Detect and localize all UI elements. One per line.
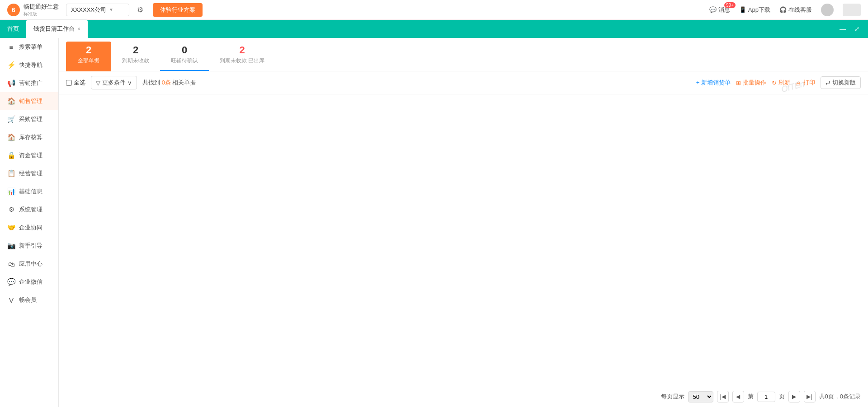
company-dropdown-arrow: ▼: [109, 7, 113, 12]
print-label: 打印: [803, 79, 815, 87]
sidebar-item-inventory[interactable]: 🏠 库存核算: [0, 128, 58, 146]
refresh-button[interactable]: ↻ 刷新: [772, 79, 790, 87]
switch-label: 切换新版: [832, 79, 856, 87]
page-prev-button[interactable]: ◀: [732, 391, 744, 402]
select-all-input[interactable]: [66, 80, 72, 86]
stat-overdue-out-number: 2: [220, 45, 264, 55]
select-all-checkbox[interactable]: 全选: [66, 79, 85, 87]
stat-tab-overdue-out[interactable]: 2 到期未收款 已出库: [209, 42, 275, 71]
sidebar-item-app-center[interactable]: 🛍 应用中心: [0, 255, 58, 273]
avatar[interactable]: [821, 4, 834, 16]
sidebar-item-purchase[interactable]: 🛒 采购管理: [0, 110, 58, 128]
logo-area: 6 畅捷通好生意 标准版: [7, 3, 66, 17]
sidebar-item-sales[interactable]: 🏠 销售管理: [0, 92, 58, 110]
stat-tab-overdue[interactable]: 2 到期未收款: [111, 42, 160, 71]
select-all-label: 全选: [74, 79, 85, 87]
purchase-icon: 🛒: [7, 115, 15, 123]
app-download-button[interactable]: 📱 App下载: [739, 6, 770, 14]
base-info-icon: 📊: [7, 187, 15, 196]
page-last-button[interactable]: ▶|: [804, 391, 816, 402]
sidebar-item-system[interactable]: ⚙ 系统管理: [0, 201, 58, 219]
new-order-label: + 新增销货单: [696, 79, 731, 87]
sales-icon: 🏠: [7, 97, 15, 105]
sidebar-item-member[interactable]: V 畅会员: [0, 291, 58, 309]
filter-arrow: ∨: [127, 80, 132, 86]
print-button[interactable]: 🖨 打印: [796, 79, 815, 87]
stat-overdue-label: 到期未收款: [122, 57, 149, 65]
tab-close-icon[interactable]: ×: [77, 26, 80, 32]
sidebar-item-guide[interactable]: 📷 新手引导: [0, 237, 58, 255]
sidebar-item-enterprise[interactable]: 🤝 企业协同: [0, 219, 58, 237]
sidebar-item-wechat[interactable]: 💬 企业微信: [0, 273, 58, 291]
sidebar-item-member-label: 畅会员: [19, 296, 37, 304]
stat-tab-wangwang[interactable]: 0 旺辅待确认: [160, 42, 209, 71]
guide-icon: 📷: [7, 242, 15, 250]
member-icon: V: [7, 296, 15, 304]
refresh-icon: ↻: [772, 80, 777, 86]
stat-overdue-out-label: 到期未收款 已出库: [220, 57, 264, 65]
stat-overdue-number: 2: [122, 45, 149, 55]
sidebar-item-enterprise-label: 企业协同: [19, 224, 42, 232]
sidebar-item-search-menu-label: 搜索菜单: [19, 43, 42, 51]
tab-bar: 首页 钱货日清工作台 × — ⤢: [0, 20, 868, 38]
company-selector[interactable]: XXXXXX公司 ▼: [66, 4, 129, 16]
sidebar-item-purchase-label: 采购管理: [19, 115, 42, 123]
settings-button[interactable]: ⚙: [133, 3, 147, 17]
filter-icon: ▽: [96, 80, 100, 86]
toolbar-left: 全选 ▽ 更多条件 ∨ 共找到 0条 相关单据: [66, 76, 196, 89]
sidebar-item-marketing-label: 营销推广: [19, 79, 42, 87]
online-service-label: 在线客服: [788, 6, 812, 14]
stats-tabs: 2 全部单据 2 到期未收款 0 旺辅待确认 2 到期未收款 已出库: [59, 38, 868, 71]
switch-version-button[interactable]: ⇄ 切换新版: [821, 76, 861, 89]
sidebar-item-finance-label: 资金管理: [19, 151, 42, 159]
content-area: 2 全部单据 2 到期未收款 0 旺辅待确认 2 到期未收款 已出库: [59, 38, 868, 407]
trial-button[interactable]: 体验行业方案: [153, 3, 203, 17]
search-menu-icon: ≡: [7, 43, 15, 51]
sidebar-item-quick-nav[interactable]: ⚡ 快捷导航: [0, 56, 58, 74]
inventory-icon: 🏠: [7, 133, 15, 141]
app-download-label: App下载: [748, 6, 770, 14]
top-header: 6 畅捷通好生意 标准版 XXXXXX公司 ▼ ⚙ 体验行业方案 💬 消息 99…: [0, 0, 868, 20]
sidebar-item-app-center-label: 应用中心: [19, 260, 42, 268]
page-next-button[interactable]: ▶: [788, 391, 800, 402]
found-text: 共找到 0条 相关单据: [142, 79, 196, 87]
sidebar-item-marketing[interactable]: 📢 营销推广: [0, 74, 58, 92]
tab-maximize-button[interactable]: ⤢: [852, 23, 863, 34]
sidebar-item-base-info[interactable]: 📊 基础信息: [0, 182, 58, 201]
tab-bar-actions: — ⤢: [837, 23, 868, 34]
sidebar-item-finance[interactable]: 🔒 资金管理: [0, 146, 58, 164]
stat-all-label: 全部单据: [77, 57, 100, 65]
tab-minimize-button[interactable]: —: [837, 23, 848, 34]
tab-home[interactable]: 首页: [0, 20, 26, 38]
found-suffix: 相关单据: [172, 79, 196, 86]
per-page-select[interactable]: 50 100 200: [688, 391, 713, 402]
logo-main: 畅捷通好生意: [24, 3, 59, 11]
sidebar-item-wechat-label: 企业微信: [19, 278, 42, 286]
stat-wangwang-label: 旺辅待确认: [171, 57, 198, 65]
sidebar: ≡ 搜索菜单 ⚡ 快捷导航 📢 营销推广 🏠 销售管理 🛒 采购管理 🏠 库存核…: [0, 38, 59, 407]
new-order-button[interactable]: + 新增销货单: [696, 79, 731, 87]
header-right: 💬 消息 99+ 📱 App下载 🎧 在线客服: [709, 4, 861, 16]
online-service-button[interactable]: 🎧 在线客服: [779, 6, 812, 14]
finance-icon: 🔒: [7, 151, 15, 159]
wechat-icon: 💬: [7, 278, 15, 286]
sidebar-item-search-menu[interactable]: ≡ 搜索菜单: [0, 38, 58, 56]
page-first-button[interactable]: |◀: [717, 391, 729, 402]
sidebar-item-guide-label: 新手引导: [19, 242, 42, 250]
stat-wangwang-number: 0: [171, 45, 198, 55]
sidebar-item-operations[interactable]: 📋 经营管理: [0, 164, 58, 182]
tab-home-label: 首页: [7, 25, 19, 33]
logo-text: 畅捷通好生意 标准版: [24, 3, 59, 17]
messages-button[interactable]: 💬 消息 99+: [709, 6, 730, 14]
page-input[interactable]: [757, 392, 775, 402]
sidebar-item-operations-label: 经营管理: [19, 169, 42, 178]
user-dropdown[interactable]: [843, 4, 861, 16]
stat-tab-all[interactable]: 2 全部单据: [66, 42, 111, 71]
filter-button[interactable]: ▽ 更多条件 ∨: [91, 76, 137, 89]
pagination-bar: 每页显示 50 100 200 |◀ ◀ 第 页 ▶ ▶| 共0页，0条记录: [59, 386, 868, 407]
message-icon: 💬: [709, 6, 717, 13]
batch-button[interactable]: ⊞ 批量操作: [736, 79, 766, 87]
sidebar-item-base-info-label: 基础信息: [19, 187, 42, 196]
tab-active[interactable]: 钱货日清工作台 ×: [26, 20, 88, 38]
marketing-icon: 📢: [7, 79, 15, 87]
